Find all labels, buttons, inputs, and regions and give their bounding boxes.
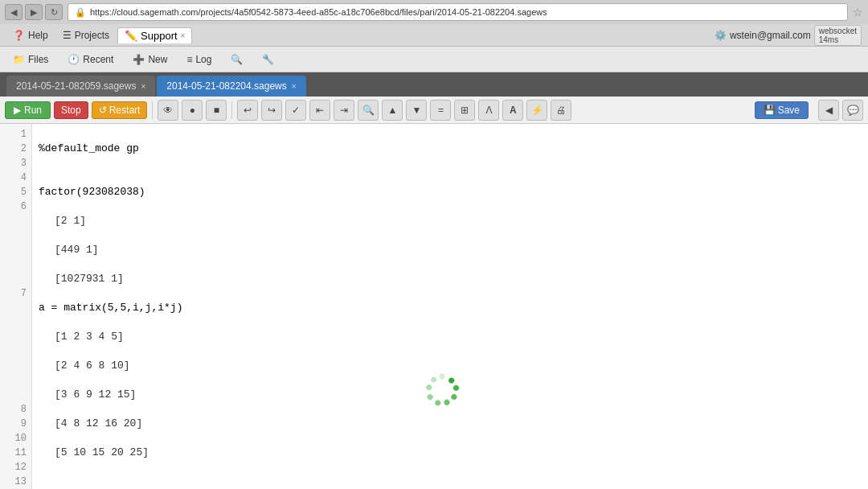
files-button[interactable]: 📁 Files — [6, 52, 55, 67]
plus-icon: ➕ — [133, 54, 145, 65]
projects-icon: ☰ — [63, 30, 72, 41]
print-button[interactable]: 🖨 — [551, 100, 571, 121]
code-editor[interactable]: %default_mode gp factor(923082038) [2 1]… — [32, 124, 868, 489]
user-email: wstein@gmail.com — [730, 30, 811, 41]
output-line-4: [1 2 3 4 5] — [39, 330, 862, 344]
url-bar[interactable]: 🔒 https://cloud.sagemath.com/projects/4a… — [68, 3, 848, 21]
spacer-10 — [39, 475, 862, 489]
square-tool-button[interactable]: ■ — [206, 100, 227, 121]
restart-button[interactable]: ↺ Restart — [92, 101, 148, 119]
spacer-4 — [39, 315, 862, 330]
stop-button[interactable]: Stop — [54, 101, 88, 119]
output-line-2: [449 1] — [39, 243, 862, 257]
output-line-1: [2 1] — [39, 214, 862, 228]
separator-2 — [231, 101, 232, 119]
svg-point-0 — [450, 380, 458, 388]
output-line-8: [5 10 15 20 25] — [39, 446, 862, 460]
spacer-1 — [39, 228, 862, 243]
font-button[interactable]: A — [502, 100, 523, 121]
file-tab-2-close[interactable]: × — [292, 82, 297, 91]
lambda-button[interactable]: Λ — [478, 100, 499, 121]
lock-icon: 🔒 — [75, 7, 86, 18]
clock-icon: 🕐 — [68, 54, 80, 65]
equals-button[interactable]: = — [430, 100, 451, 121]
speaker-right-button[interactable]: 💬 — [842, 100, 863, 121]
output-line-7: [4 8 12 16 20] — [39, 417, 862, 431]
forward-button[interactable]: ▶ — [25, 4, 43, 20]
spinner-svg — [426, 373, 460, 407]
save-button[interactable]: 💾 Save — [755, 101, 809, 119]
undo-button[interactable]: ↩ — [237, 100, 258, 121]
svg-point-4 — [430, 397, 438, 405]
back-button[interactable]: ◀ — [5, 4, 23, 20]
websocket-status: websocket 14ms — [814, 25, 862, 46]
spacer-5 — [39, 344, 862, 359]
browser-menu-bar: ❓ Help ☰ Projects ✏️ Support × ⚙️ wstein… — [0, 24, 868, 47]
speaker-left-button[interactable]: ◀ — [818, 100, 839, 121]
support-icon: ✏️ — [125, 30, 137, 42]
svg-point-1 — [452, 388, 460, 397]
svg-point-7 — [433, 373, 441, 381]
projects-menu[interactable]: ☰ Projects — [56, 28, 116, 43]
code-line-8: a = matrix(5,5,i,j,i*j) — [39, 301, 862, 315]
svg-point-2 — [448, 397, 456, 405]
nav-buttons: ◀ ▶ ↻ — [5, 4, 63, 20]
save-icon: 💾 — [764, 105, 776, 116]
svg-point-6 — [427, 380, 435, 388]
search-tool-button[interactable]: 🔍 — [358, 100, 379, 121]
line-numbers: 1 2 3 4 5 6 7 8 9 10 11 12 13 14 15 16 1… — [0, 124, 32, 489]
spacer-8 — [39, 431, 862, 446]
code-line-5: factor(923082038) — [39, 185, 862, 199]
settings-button[interactable]: 🔧 — [256, 52, 280, 67]
support-tab[interactable]: ✏️ Support × — [117, 27, 192, 43]
svg-point-8 — [443, 373, 451, 380]
down-button[interactable]: ▼ — [406, 100, 427, 121]
support-close-icon[interactable]: × — [181, 31, 186, 40]
refresh-button[interactable]: ↻ — [45, 4, 63, 20]
spacer-9 — [39, 460, 862, 475]
code-line-6 — [39, 199, 862, 214]
code-line-2: %default_mode gp — [39, 142, 862, 156]
search-button[interactable]: 🔍 — [224, 52, 249, 67]
grid-button[interactable]: ⊞ — [454, 100, 475, 121]
file-tab-1-close[interactable]: × — [141, 82, 145, 91]
align-left-button[interactable]: ⇤ — [309, 100, 330, 121]
svg-point-5 — [426, 389, 432, 397]
code-line-4 — [39, 171, 862, 185]
check-tool-button[interactable]: ✓ — [285, 100, 306, 121]
file-tab-1-name: 2014-05-21-082059.sagews — [16, 80, 136, 92]
wrench-icon: 🔧 — [262, 54, 274, 65]
bookmark-icon[interactable]: ☆ — [853, 6, 863, 18]
browser-chrome: ◀ ▶ ↻ 🔒 https://cloud.sagemath.com/proje… — [0, 0, 868, 24]
loading-spinner — [426, 373, 460, 409]
separator-1 — [152, 101, 153, 119]
dot-tool-button[interactable]: ● — [182, 100, 203, 121]
output-line-5: [2 4 6 8 10] — [39, 359, 862, 373]
spacer-2 — [39, 257, 862, 272]
spacer-3 — [39, 286, 862, 301]
log-icon: ≡ — [186, 54, 192, 65]
editor-toolbar: ▶ Run Stop ↺ Restart 👁 ● ■ ↩ ↪ ✓ ⇤ ⇥ 🔍 ▲… — [0, 97, 868, 124]
url-text: https://cloud.sagemath.com/projects/4a5f… — [90, 7, 547, 17]
file-tab-2[interactable]: 2014-05-21-082204.sagews × — [157, 76, 305, 97]
help-menu[interactable]: ❓ Help — [6, 28, 55, 43]
speaker-buttons: ◀ 💬 — [818, 100, 863, 121]
gear-icon: ⚙️ — [714, 30, 727, 41]
new-button[interactable]: ➕ New — [126, 52, 174, 67]
align-right-button[interactable]: ⇥ — [334, 100, 354, 121]
file-tabs: 2014-05-21-082059.sagews × 2014-05-21-08… — [0, 72, 868, 97]
run-button[interactable]: ▶ Run — [5, 101, 51, 119]
log-button[interactable]: ≡ Log — [180, 52, 218, 67]
app-toolbar: 📁 Files 🕐 Recent ➕ New ≡ Log 🔍 🔧 — [0, 47, 868, 72]
eye-tool-button[interactable]: 👁 — [158, 100, 178, 121]
up-button[interactable]: ▲ — [382, 100, 403, 121]
output-line-3: [1027931 1] — [39, 272, 862, 286]
redo-button[interactable]: ↪ — [261, 100, 282, 121]
file-tab-2-name: 2014-05-21-082204.sagews — [166, 80, 286, 92]
code-line-3 — [39, 156, 862, 171]
recent-button[interactable]: 🕐 Recent — [61, 52, 120, 67]
bolt-button[interactable]: ⚡ — [526, 100, 547, 121]
editor-area: 1 2 3 4 5 6 7 8 9 10 11 12 13 14 15 16 1… — [0, 124, 868, 489]
folder-icon: 📁 — [13, 54, 25, 65]
file-tab-1[interactable]: 2014-05-21-082059.sagews × — [6, 76, 155, 97]
